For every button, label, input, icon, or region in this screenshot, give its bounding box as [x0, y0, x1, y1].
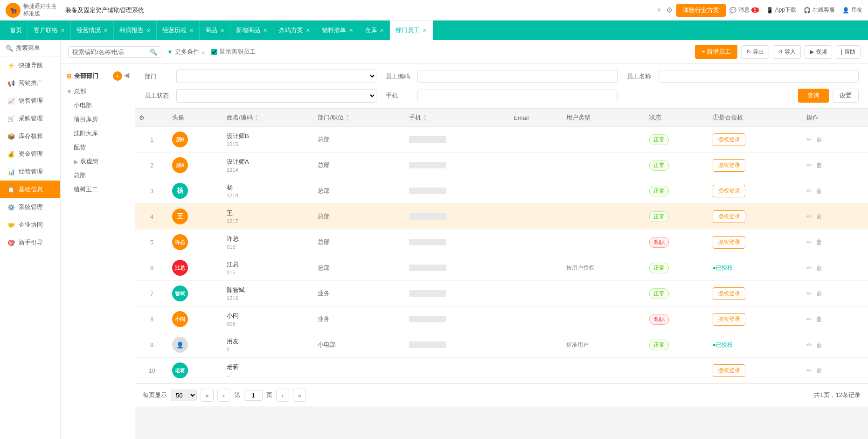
- more-conditions-btn[interactable]: ▼ 更多条件 ▲: [167, 48, 206, 56]
- nav-item-goods[interactable]: 商品 ✕: [200, 21, 230, 40]
- auth-button[interactable]: 授权登录: [713, 210, 745, 223]
- import-button[interactable]: ↺ 导入: [773, 45, 801, 59]
- view-button[interactable]: ▶ 视频: [805, 45, 832, 59]
- dept-collapse-btn[interactable]: ◀: [124, 71, 129, 81]
- edit-icon[interactable]: ✏: [806, 367, 812, 374]
- auth-button[interactable]: 授权登录: [713, 159, 745, 172]
- empname-input[interactable]: [659, 70, 859, 83]
- edit-icon[interactable]: ✏: [806, 187, 812, 195]
- nav-item-business[interactable]: 经营情况 ✕: [71, 21, 114, 40]
- sidebar-item-collab[interactable]: 🤝 企业协同: [0, 216, 60, 234]
- nav-item-bom[interactable]: 物料清单 ✕: [316, 21, 359, 40]
- col-dept[interactable]: 部门/职位 ▲▼: [314, 109, 405, 127]
- delete-icon[interactable]: 🗑: [816, 161, 822, 169]
- dept-item-shenyangda[interactable]: 沈阳大库: [66, 126, 135, 140]
- sidebar-item-sales[interactable]: 📈 销售管理: [0, 92, 60, 110]
- nav-close-business[interactable]: ✕: [104, 28, 108, 34]
- sidebar-item-marketing[interactable]: 📢 营销推广: [0, 74, 60, 92]
- nav-item-addgoods[interactable]: 新增商品 ✕: [230, 21, 273, 40]
- export-button[interactable]: ↻ 导出: [741, 45, 769, 59]
- sidebar-item-guide[interactable]: 🎯 新手引导: [0, 234, 60, 251]
- dept-select[interactable]: [176, 70, 376, 83]
- prev-page-btn[interactable]: ‹: [217, 389, 230, 402]
- trial-button[interactable]: 体验行业方案: [676, 4, 726, 17]
- nav-close-bom[interactable]: ✕: [349, 28, 353, 34]
- help-button[interactable]: | 帮助: [836, 45, 861, 59]
- sidebar-item-system[interactable]: ⚙️ 系统管理: [0, 198, 60, 216]
- edit-icon[interactable]: ✏: [806, 290, 812, 297]
- dept-item-xiaodianbu[interactable]: 小电部: [66, 98, 135, 112]
- edit-icon[interactable]: ✏: [806, 213, 812, 220]
- message-action[interactable]: 💬 消息 5: [729, 6, 759, 14]
- show-resigned-checkbox[interactable]: 显示离职员工: [211, 48, 256, 56]
- status-select[interactable]: [176, 89, 376, 103]
- delete-icon[interactable]: 🗑: [816, 341, 822, 348]
- auth-button[interactable]: 授权登录: [713, 236, 745, 249]
- nav-item-barcode[interactable]: 条码方案 ✕: [273, 21, 316, 40]
- sidebar-item-quicknav[interactable]: ⚡ 快捷导航: [0, 56, 60, 74]
- query-button[interactable]: 查询: [798, 89, 829, 103]
- user-action[interactable]: 👤 用友: [842, 6, 862, 14]
- dept-item-zhishu[interactable]: 植树王二: [66, 182, 135, 196]
- search-input[interactable]: [72, 49, 147, 56]
- nav-item-customer[interactable]: 客户联络 ✕: [28, 21, 71, 40]
- nav-item-department[interactable]: 部门员工 ✕: [390, 21, 433, 40]
- dept-item-zongbu[interactable]: 总部: [66, 168, 135, 182]
- last-page-btn[interactable]: »: [293, 389, 306, 402]
- next-page-btn[interactable]: ›: [276, 389, 289, 402]
- sidebar-search-bar[interactable]: 🔍 搜索菜单: [0, 40, 60, 56]
- edit-icon[interactable]: ✏: [806, 315, 812, 323]
- per-page-select[interactable]: 50 20 100: [171, 390, 197, 401]
- nav-close-warehouse[interactable]: ✕: [380, 28, 384, 34]
- dept-item-zongbu-parent[interactable]: ▼ 总部: [61, 84, 135, 98]
- edit-icon[interactable]: ✏: [806, 238, 812, 246]
- sidebar-item-inventory[interactable]: 📦 库存核算: [0, 127, 60, 145]
- col-phone[interactable]: 手机 ▲▼: [405, 109, 510, 127]
- delete-icon[interactable]: 🗑: [816, 213, 822, 220]
- first-page-btn[interactable]: «: [201, 389, 214, 402]
- dept-item-shuangxu[interactable]: ▶双虚想: [66, 154, 135, 168]
- nav-close-profit[interactable]: ✕: [146, 28, 151, 34]
- sidebar-item-finance[interactable]: 💰 资金管理: [0, 145, 60, 163]
- delete-icon[interactable]: 🗑: [816, 238, 822, 246]
- nav-item-home[interactable]: 首页: [4, 21, 28, 40]
- auth-button[interactable]: 授权登录: [713, 364, 745, 377]
- nav-close-customer[interactable]: ✕: [61, 28, 65, 34]
- delete-icon[interactable]: 🗑: [816, 187, 822, 195]
- nav-close-history[interactable]: ✕: [189, 28, 194, 34]
- delete-icon[interactable]: 🗑: [816, 367, 822, 374]
- dept-item-projectroom[interactable]: 项目库房: [66, 112, 135, 126]
- edit-icon[interactable]: ✏: [806, 264, 812, 272]
- online-service-action[interactable]: 🎧 在线客服: [804, 6, 835, 14]
- nav-close-department[interactable]: ✕: [423, 28, 427, 34]
- auth-button[interactable]: 授权登录: [713, 133, 745, 146]
- delete-icon[interactable]: 🗑: [816, 136, 822, 143]
- col-name[interactable]: 姓名/编码 ▲▼: [223, 109, 314, 127]
- page-number-input[interactable]: [244, 390, 263, 401]
- auth-button[interactable]: 授权登录: [713, 313, 745, 326]
- sidebar-item-basic[interactable]: 📋 基础信息: [0, 181, 60, 198]
- nav-item-warehouse[interactable]: 仓库 ✕: [359, 21, 390, 40]
- edit-icon[interactable]: ✏: [806, 161, 812, 169]
- nav-item-profit[interactable]: 利润报告 ✕: [114, 21, 157, 40]
- empcode-input[interactable]: [417, 70, 618, 83]
- dept-item-peihuo[interactable]: 配货: [66, 140, 135, 154]
- col-settings[interactable]: ⚙: [135, 109, 168, 127]
- sidebar-item-operation[interactable]: 📊 经营管理: [0, 163, 60, 181]
- nav-close-goods[interactable]: ✕: [220, 28, 224, 34]
- auth-button[interactable]: 授权登录: [713, 287, 745, 300]
- edit-icon[interactable]: ✏: [806, 341, 812, 348]
- add-employee-button[interactable]: + 新增员工: [695, 45, 737, 59]
- app-download-action[interactable]: 📱 App下载: [766, 6, 796, 14]
- nav-close-barcode[interactable]: ✕: [306, 28, 310, 34]
- nav-item-history[interactable]: 经营历程 ✕: [157, 21, 200, 40]
- edit-icon[interactable]: ✏: [806, 136, 812, 143]
- dept-add-icon[interactable]: +: [113, 71, 122, 81]
- set-button[interactable]: 设置: [833, 89, 859, 103]
- delete-icon[interactable]: 🗑: [816, 290, 822, 297]
- phone-input[interactable]: [417, 90, 618, 102]
- sidebar-item-purchase[interactable]: 🛒 采购管理: [0, 110, 60, 127]
- delete-icon[interactable]: 🗑: [816, 315, 822, 323]
- delete-icon[interactable]: 🗑: [816, 264, 822, 272]
- search-box[interactable]: 🔍: [68, 46, 161, 58]
